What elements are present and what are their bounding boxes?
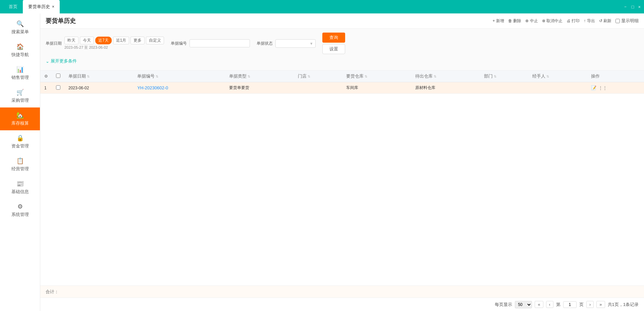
top-bar: 首页 要货单历史 × － □ × <box>0 0 644 13</box>
dept-sort-icon[interactable]: ⇅ <box>494 75 496 78</box>
sidebar-item-sales[interactable]: 📊 销售管理 <box>0 62 40 85</box>
last-page-button[interactable]: » <box>596 301 605 308</box>
sidebar-item-purchase[interactable]: 🛒 采购管理 <box>0 85 40 107</box>
filter-area: 单据日期 昨天 今天 近7天 近1月 更多 自定义 2023-05-27 至 2… <box>40 29 644 71</box>
system-icon: ⚙ <box>17 203 23 210</box>
date-btn-custom[interactable]: 自定义 <box>146 37 164 44</box>
first-page-button[interactable]: « <box>535 301 543 308</box>
query-button[interactable]: 查询 <box>322 33 345 43</box>
handler-col-header: 经手人 ⇅ <box>528 71 587 82</box>
cancel-stop-button[interactable]: ⊗ 取消中止 <box>542 18 562 24</box>
table-header-row: ⚙ 单据日期 ⇅ 单据编号 <box>40 71 644 82</box>
row-store-cell <box>294 82 342 94</box>
tab-history[interactable]: 要货单历史 × <box>23 0 60 13</box>
operation-icon: 📋 <box>16 157 24 165</box>
print-button[interactable]: 🖨 打印 <box>567 18 580 24</box>
bill-no-input[interactable] <box>190 39 250 47</box>
pagination: 每页显示 10 20 50 100 « ‹ 第 页 › » 共1页，1条记录 <box>40 298 644 311</box>
maximize-icon[interactable]: □ <box>632 4 634 9</box>
row-action-cell: 📝 ⋮⋮ <box>587 82 644 94</box>
checkbox-col-header[interactable] <box>52 71 64 82</box>
bill-no-label: 单据编号 <box>171 41 187 46</box>
page-number-input[interactable] <box>563 301 577 308</box>
dept-col-header: 部门 ⇅ <box>480 71 528 82</box>
table-row: 1 2023-06-02 YH-20230602-0 要货单要货 车间库 原材料… <box>40 82 644 94</box>
row-billno-cell[interactable]: YH-20230602-0 <box>133 82 225 94</box>
main-content: 要货单历史 + 新增 🗑 删除 ⊗ 中止 ⊗ 取消中止 🖨 打印 ↑ 导出 ↺ … <box>40 13 644 311</box>
row-checkbox[interactable] <box>56 85 60 90</box>
sidebar-item-inventory[interactable]: 🏡 库存核算 <box>0 107 40 130</box>
date-col-header: 单据日期 ⇅ <box>64 71 133 82</box>
billno-sort-icon[interactable]: ⇅ <box>156 75 158 78</box>
new-button[interactable]: + 新增 <box>493 18 504 24</box>
setting-button[interactable]: 设置 <box>322 44 345 54</box>
home-icon: 🏠 <box>16 43 24 50</box>
reqwarehouse-col-header: 要货仓库 ⇅ <box>342 71 411 82</box>
search-menu-icon: 🔍 <box>16 20 24 28</box>
settings-col-header[interactable]: ⚙ <box>40 71 52 82</box>
display-toggle[interactable]: 显示明细 <box>615 18 639 24</box>
sidebar-item-system[interactable]: ⚙ 系统管理 <box>0 199 40 222</box>
export-button[interactable]: ↑ 导出 <box>584 18 595 24</box>
sales-icon: 📊 <box>16 66 24 73</box>
billtype-sort-icon[interactable]: ⇅ <box>248 75 250 78</box>
row-date-cell: 2023-06-02 <box>64 82 133 94</box>
row-more-icon[interactable]: ⋮⋮ <box>598 85 607 90</box>
status-select[interactable]: ▾ <box>275 39 316 48</box>
date-btn-1month[interactable]: 近1月 <box>113 37 129 44</box>
sidebar-item-operation[interactable]: 📋 经营管理 <box>0 153 40 176</box>
purchase-icon: 🛒 <box>16 89 24 96</box>
date-btn-7days[interactable]: 近7天 <box>95 37 112 44</box>
page-unit: 页 <box>579 302 584 308</box>
date-filter-label: 单据日期 <box>46 41 62 46</box>
date-btn-more[interactable]: 更多 <box>130 37 145 44</box>
store-sort-icon[interactable]: ⇅ <box>308 75 310 78</box>
current-page-label: 第 <box>556 302 560 308</box>
filter-actions: 查询 设置 <box>322 33 345 54</box>
row-edit-icon[interactable]: 📝 <box>591 85 596 90</box>
row-checkbox-cell[interactable] <box>52 82 64 94</box>
sidebar-item-search[interactable]: 🔍 搜索菜单 <box>0 16 40 39</box>
req-sort-icon[interactable]: ⇅ <box>365 75 367 78</box>
sidebar-item-basic[interactable]: 📰 基础信息 <box>0 176 40 199</box>
tab-home[interactable]: 首页 <box>3 0 23 13</box>
billno-col-header: 单据编号 ⇅ <box>133 71 225 82</box>
bill-no-link[interactable]: YH-20230602-0 <box>137 85 168 90</box>
handler-sort-icon[interactable]: ⇅ <box>546 75 549 78</box>
pendwarehouse-col-header: 待出仓库 ⇅ <box>411 71 480 82</box>
footer-bar: 合计： <box>40 285 644 298</box>
sidebar-item-nav[interactable]: 🏠 快捷导航 <box>0 39 40 62</box>
date-shortcuts: 昨天 今天 近7天 近1月 更多 自定义 2023-05-27 至 2023-0… <box>64 37 164 50</box>
date-btn-today[interactable]: 今天 <box>80 37 94 44</box>
minimize-icon[interactable]: － <box>623 4 628 10</box>
delete-button[interactable]: 🗑 删除 <box>508 18 521 24</box>
store-col-header: 门店 ⇅ <box>294 71 342 82</box>
tab-close-icon[interactable]: × <box>52 4 54 9</box>
basic-icon: 📰 <box>16 180 24 187</box>
toolbar: + 新增 🗑 删除 ⊗ 中止 ⊗ 取消中止 🖨 打印 ↑ 导出 ↺ 刷新 显示明… <box>493 18 639 24</box>
sidebar-item-finance[interactable]: 🔒 资金管理 <box>0 130 40 153</box>
page-size-label: 每页显示 <box>495 302 512 308</box>
data-table: ⚙ 单据日期 ⇅ 单据编号 <box>40 71 644 94</box>
status-filter-group: 单据状态 ▾ <box>257 39 316 48</box>
expand-filter-button[interactable]: ⌄ 展开更多条件 <box>46 56 77 66</box>
pend-sort-icon[interactable]: ⇅ <box>434 75 436 78</box>
display-checkbox[interactable] <box>615 19 620 23</box>
date-sort-icon[interactable]: ⇅ <box>87 75 90 78</box>
close-window-icon[interactable]: × <box>638 4 641 9</box>
action-col-header: 操作 <box>587 71 644 82</box>
chevron-down-icon: ▾ <box>310 41 313 46</box>
next-page-button[interactable]: › <box>586 301 594 308</box>
row-billtype-cell: 要货单要货 <box>225 82 294 94</box>
row-num-cell: 1 <box>40 82 52 94</box>
date-btn-yesterday[interactable]: 昨天 <box>64 37 78 44</box>
prev-page-button[interactable]: ‹ <box>546 301 553 308</box>
stop-button[interactable]: ⊗ 中止 <box>525 18 538 24</box>
date-range-display: 2023-05-27 至 2023-06-02 <box>64 45 164 50</box>
total-records: 共1页，1条记录 <box>608 302 639 308</box>
sidebar: 🔍 搜索菜单 🏠 快捷导航 📊 销售管理 🛒 采购管理 🏡 库存核算 🔒 资金管… <box>0 13 40 311</box>
table-wrap: ⚙ 单据日期 ⇅ 单据编号 <box>40 71 644 285</box>
select-all-checkbox[interactable] <box>56 74 60 78</box>
refresh-button[interactable]: ↺ 刷新 <box>599 18 611 24</box>
page-size-select[interactable]: 10 20 50 100 <box>515 301 532 308</box>
